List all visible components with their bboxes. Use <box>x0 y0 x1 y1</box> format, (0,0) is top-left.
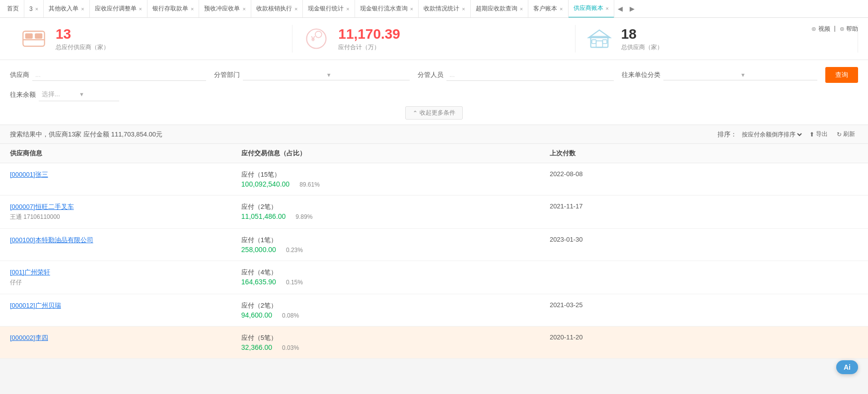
collapse-up-icon: ⌃ <box>413 110 418 117</box>
supplier-cell: [000100]本特勤油品有限公司 <box>10 236 241 245</box>
stat-label-amount: 应付合计（万） <box>338 43 400 52</box>
filter-person-input[interactable] <box>446 69 614 81</box>
table-row[interactable]: [000002]李四 应付（5笔） 32,366.00 0.03% 2020-1… <box>0 327 868 359</box>
supplier-link[interactable]: [000007]恒旺二手叉车 <box>10 202 241 211</box>
nav-tab-custbook[interactable]: 客户账本 × <box>528 0 568 18</box>
nav-tab-income-label: 其他收入单 <box>49 4 78 13</box>
transaction-percent: 0.23% <box>286 247 303 254</box>
supplier-link[interactable]: [000012]广州贝瑞 <box>10 301 241 310</box>
nav-tab-3-close[interactable]: × <box>35 6 38 12</box>
lastpay-date: 2023-01-30 <box>550 236 583 243</box>
nav-tab-bank-close[interactable]: × <box>191 6 194 12</box>
nav-tab-cashstat-close[interactable]: × <box>346 6 349 12</box>
transaction-percent: 0.15% <box>286 279 303 286</box>
filter-category-dropdown[interactable]: ▼ <box>663 70 818 80</box>
nav-prev-button[interactable]: ◀ <box>614 0 626 18</box>
filter-dept-dropdown[interactable]: ▼ <box>243 70 410 80</box>
nav-tab-home[interactable]: 首页 <box>2 0 24 18</box>
transaction-amount: 258,000.00 <box>241 246 276 254</box>
transaction-info: 应付（2笔） <box>241 202 550 211</box>
nav-tab-cashflow-close[interactable]: × <box>410 6 413 12</box>
video-link[interactable]: ⊙ 视频 <box>811 25 830 33</box>
col-header-lastpay: 上次付数 <box>550 149 781 158</box>
nav-tab-cashstat[interactable]: 现金银行统计 × <box>303 0 355 18</box>
lastpay-cell: 2021-11-17 <box>550 202 781 210</box>
table-row[interactable]: [000001]张三 应付（15笔） 100,092,540.00 89.61%… <box>0 163 868 196</box>
filter-row-2: 往来余额 选择... ▼ <box>10 88 858 101</box>
nav-tab-overdue-close[interactable]: × <box>520 6 523 12</box>
nav-tab-income[interactable]: 其他收入单 × <box>44 0 89 18</box>
nav-tab-supbook-close[interactable]: × <box>606 5 609 11</box>
stat-info-total: 18 总供应商（家） <box>621 26 663 52</box>
nav-next-button[interactable]: ▶ <box>626 0 638 18</box>
transaction-amount-row: 258,000.00 0.23% <box>241 245 550 254</box>
nav-tab-overdue-label: 超期应收款查询 <box>476 4 517 13</box>
collapse-filter-button[interactable]: ⌃ 收起更多条件 <box>405 106 463 120</box>
nav-tab-custbook-close[interactable]: × <box>560 6 563 12</box>
nav-tab-adjust-close[interactable]: × <box>139 6 142 12</box>
nav-tab-prepay-close[interactable]: × <box>242 6 245 12</box>
svg-rect-13 <box>602 40 607 44</box>
table-row[interactable]: [000100]本特勤油品有限公司 应付（1笔） 258,000.00 0.23… <box>0 229 868 261</box>
filter-balance-label: 往来余额 <box>10 90 36 99</box>
header-stats: ¥ ¥ 13 总应付供应商（家） ¥ 11,170.39 应付合计（万） <box>0 18 868 60</box>
result-bar: 搜索结果中，供应商13家 应付金额 111,703,854.00元 排序： 按应… <box>0 125 868 144</box>
nav-tab-cashstat-label: 现金银行统计 <box>308 4 344 13</box>
supplier-link[interactable]: [000100]本特勤油品有限公司 <box>10 236 241 245</box>
table-container: 供应商信息 应付交易信息（占比） 上次付数 [000001]张三 应付（15笔）… <box>0 144 868 359</box>
nav-tab-supbook[interactable]: 供应商账本 × <box>569 0 614 18</box>
nav-tab-bank[interactable]: 银行存取款单 × <box>147 0 199 18</box>
nav-tab-verify[interactable]: 收款核销执行 × <box>251 0 303 18</box>
transaction-info: 应付（5笔） <box>241 333 550 342</box>
filter-person-label: 分管人员 <box>418 70 443 79</box>
transaction-percent: 0.08% <box>282 312 299 319</box>
filter-item-category: 往来单位分类 ▼ <box>622 70 818 80</box>
transaction-amount-row: 11,051,486.00 9.89% <box>241 211 550 220</box>
export-button[interactable]: ⬆ 导出 <box>806 129 831 139</box>
nav-tab-prepay[interactable]: 预收冲应收单 × <box>199 0 251 18</box>
col-header-extra <box>781 149 858 158</box>
transaction-amount: 94,600.00 <box>241 311 272 319</box>
stat-info-amount: 11,170.39 应付合计（万） <box>338 26 400 52</box>
supplier-link[interactable]: [001]广州荣轩 <box>10 268 241 277</box>
stat-label-suppliers: 总应付供应商（家） <box>56 43 109 52</box>
transaction-amount: 100,092,540.00 <box>241 180 289 188</box>
nav-tab-adjust[interactable]: 应收应付调整单 × <box>90 0 147 18</box>
nav-tab-cashflow[interactable]: 现金银行流水查询 × <box>355 0 419 18</box>
refresh-button[interactable]: ↻ 刷新 <box>834 129 858 139</box>
nav-tab-collstat-label: 收款情况统计 <box>424 4 459 13</box>
transaction-amount: 164,635.90 <box>241 278 276 286</box>
supplier-link[interactable]: [000001]张三 <box>10 170 241 179</box>
stat-info-suppliers: 13 总应付供应商（家） <box>56 26 109 52</box>
filter-balance-placeholder: 选择... <box>42 90 79 99</box>
table-row[interactable]: [001]广州荣轩 仔仔 应付（4笔） 164,635.90 0.15% <box>0 261 868 294</box>
filter-item-balance: 往来余额 选择... ▼ <box>10 88 119 101</box>
filter-supplier-input[interactable] <box>32 69 206 81</box>
filter-dept-arrow-icon: ▼ <box>326 72 407 78</box>
nav-tab-verify-close[interactable]: × <box>294 6 297 12</box>
table-row[interactable]: [000012]广州贝瑞 应付（2笔） 94,600.00 0.08% 2021… <box>0 294 868 327</box>
filter-category-label: 往来单位分类 <box>622 70 660 79</box>
transaction-percent: 9.89% <box>295 213 312 220</box>
filter-category-arrow-icon: ▼ <box>740 72 814 78</box>
sort-select[interactable]: 按应付余额倒序排序 按应付余额正序排序 <box>740 131 803 138</box>
header-actions: ⊙ 视频 | ⊙ 帮助 <box>811 25 858 33</box>
table-row[interactable]: [000007]恒旺二手叉车 王通 17106110000 应付（2笔） 11,… <box>0 196 868 229</box>
nav-tab-cashflow-label: 现金银行流水查询 <box>360 4 408 13</box>
nav-tab-3[interactable]: 3 × <box>24 0 44 18</box>
nav-tab-overdue[interactable]: 超期应收款查询 × <box>471 0 528 18</box>
filter-balance-dropdown[interactable]: 选择... ▼ <box>39 88 119 101</box>
nav-tab-income-close[interactable]: × <box>81 6 84 12</box>
svg-text:¥: ¥ <box>311 34 315 43</box>
nav-tab-custbook-label: 客户账本 <box>533 4 557 13</box>
lastpay-date: 2021-03-25 <box>550 301 583 309</box>
filter-item-dept: 分管部门 ▼ <box>214 70 410 80</box>
lastpay-date: 2022-08-08 <box>550 170 583 178</box>
nav-tab-collstat[interactable]: 收款情况统计 × <box>419 0 470 18</box>
transaction-info: 应付（2笔） <box>241 301 550 310</box>
stat-block-amount: ¥ 11,170.39 应付合计（万） <box>292 25 575 53</box>
nav-tab-collstat-close[interactable]: × <box>462 6 465 12</box>
search-button[interactable]: 查询 <box>825 67 858 83</box>
help-link[interactable]: ⊙ 帮助 <box>840 25 858 33</box>
supplier-link[interactable]: [000002]李四 <box>10 333 241 342</box>
